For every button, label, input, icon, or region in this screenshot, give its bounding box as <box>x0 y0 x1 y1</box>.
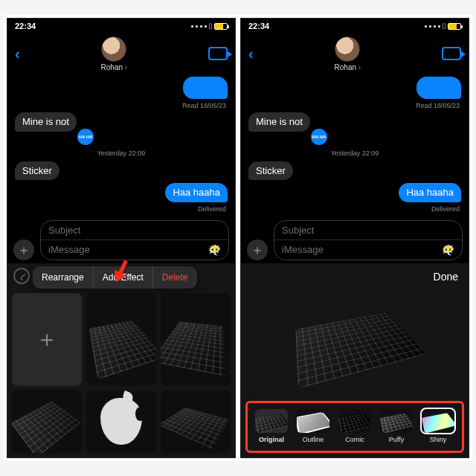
facetime-button[interactable] <box>208 47 228 60</box>
haha-reaction-sticker[interactable]: HA HA <box>77 129 94 145</box>
incoming-bubble[interactable]: Sticker <box>15 161 60 181</box>
message-field[interactable]: iMessage 😶‍🌫️ <box>274 239 462 260</box>
effect-original[interactable]: Original <box>252 409 291 443</box>
sticker-tile[interactable] <box>86 390 156 453</box>
wifi-icon: 􀙇 <box>209 22 212 30</box>
compose-fields: Subject iMessage 😶‍🌫️ <box>274 220 463 260</box>
effects-drawer: Done Original Outline Comic <box>241 263 469 457</box>
outgoing-bubble-blank[interactable] <box>416 77 461 99</box>
conversation: Read 18/05/23 Mine is not HA HA Yesterda… <box>7 74 235 217</box>
effect-label: Puffy <box>389 436 404 443</box>
effect-label: Shiny <box>430 436 447 443</box>
sticker-drawer: Rearrange Add Effect Delete ＋ <box>7 263 235 457</box>
recents-icon[interactable] <box>13 268 30 284</box>
status-time: 22:34 <box>15 22 36 30</box>
compose-area: ＋ Subject iMessage 😶‍🌫️ <box>7 217 235 263</box>
apps-plus-button[interactable]: ＋ <box>13 239 34 260</box>
avatar <box>101 36 126 62</box>
compose-area: ＋ Subject iMessage 😶‍🌫️ <box>241 217 469 263</box>
status-icons: 􀙇 <box>425 22 461 30</box>
incoming-bubble[interactable]: Sticker <box>248 161 293 181</box>
sticker-grid[interactable]: ＋ <box>7 289 235 457</box>
back-button[interactable]: ‹ <box>15 45 20 62</box>
timestamp-divider: Yesterday 22:09 <box>331 149 379 157</box>
sticker-tile[interactable] <box>12 390 82 453</box>
phone-right: 22:34 􀙇 ‹ Rohan Read 18/05/23 Mine is no… <box>240 18 469 458</box>
screenshot-pair: 22:34 􀙇 ‹ Rohan Read 18/05/23 Mine is no… <box>4 15 472 461</box>
sticker-preview[interactable] <box>241 286 469 396</box>
conversation: Read 18/05/23 Mine is not HA HA Yesterda… <box>241 74 469 217</box>
status-icons: 􀙇 <box>191 22 228 30</box>
status-time: 22:34 <box>248 22 269 30</box>
incoming-bubble[interactable]: Mine is not <box>15 112 77 132</box>
menu-delete[interactable]: Delete <box>152 266 197 289</box>
done-button[interactable]: Done <box>434 271 458 283</box>
drawer-category-row: Rearrange Add Effect Delete <box>7 263 235 289</box>
effects-bar-highlight: Original Outline Comic Puffy Shiny <box>245 401 464 453</box>
timestamp-divider: Yesterday 22:09 <box>97 149 146 157</box>
outgoing-bubble-blank[interactable] <box>183 77 228 99</box>
subject-placeholder: Subject <box>48 225 80 236</box>
battery-icon <box>214 23 228 30</box>
message-field[interactable]: iMessage 😶‍🌫️ <box>41 239 228 260</box>
status-bar: 22:34 􀙇 <box>7 19 235 33</box>
read-receipt: Read 18/05/23 <box>182 102 228 109</box>
sticker-tile[interactable] <box>161 390 231 453</box>
outgoing-bubble[interactable]: Haa haaha <box>165 183 228 202</box>
effect-comic[interactable]: Comic <box>335 409 374 443</box>
effect-shiny[interactable]: Shiny <box>419 409 457 443</box>
compose-fields: Subject iMessage 😶‍🌫️ <box>40 220 229 260</box>
subject-field[interactable]: Subject <box>41 221 228 239</box>
dictation-icon[interactable]: 😶‍🌫️ <box>208 244 221 256</box>
phone-left: 22:34 􀙇 ‹ Rohan Read 18/05/23 Mine is no… <box>7 18 236 458</box>
read-receipt: Read 18/05/23 <box>416 102 461 109</box>
annotation-arrow <box>116 259 120 278</box>
contact-name: Rohan <box>335 63 361 71</box>
avatar <box>335 36 360 62</box>
battery-icon <box>448 23 461 30</box>
dictation-icon[interactable]: 😶‍🌫️ <box>442 244 454 256</box>
conversation-header: ‹ Rohan <box>7 33 235 74</box>
sticker-tile[interactable] <box>86 293 156 386</box>
sticker-preview-image <box>295 313 425 389</box>
effect-label: Original <box>259 436 284 443</box>
contact-name: Rohan <box>101 63 128 71</box>
effect-label: Comic <box>345 436 364 443</box>
status-bar: 22:34 􀙇 <box>241 19 469 33</box>
message-placeholder: iMessage <box>282 244 324 255</box>
conversation-header: ‹ Rohan <box>241 33 469 74</box>
sticker-tile[interactable] <box>161 293 231 386</box>
message-placeholder: iMessage <box>48 244 90 255</box>
facetime-button[interactable] <box>442 47 461 60</box>
back-button[interactable]: ‹ <box>248 45 254 62</box>
delivered-label: Delivered <box>431 205 461 213</box>
subject-field[interactable]: Subject <box>274 221 462 239</box>
menu-rearrange[interactable]: Rearrange <box>33 266 93 289</box>
effect-puffy[interactable]: Puffy <box>377 409 416 443</box>
add-sticker-tile[interactable]: ＋ <box>12 293 82 386</box>
apps-plus-button[interactable]: ＋ <box>247 239 268 260</box>
subject-placeholder: Subject <box>282 225 314 236</box>
wifi-icon: 􀙇 <box>443 22 446 30</box>
outgoing-bubble[interactable]: Haa haaha <box>399 183 461 202</box>
effect-outline[interactable]: Outline <box>294 409 332 443</box>
delivered-label: Delivered <box>198 205 228 213</box>
contact-button[interactable]: Rohan <box>335 36 361 71</box>
effect-label: Outline <box>303 436 324 443</box>
haha-reaction-sticker[interactable]: HA HA <box>311 129 327 145</box>
incoming-bubble[interactable]: Mine is not <box>248 112 310 132</box>
contact-button[interactable]: Rohan <box>101 36 128 71</box>
